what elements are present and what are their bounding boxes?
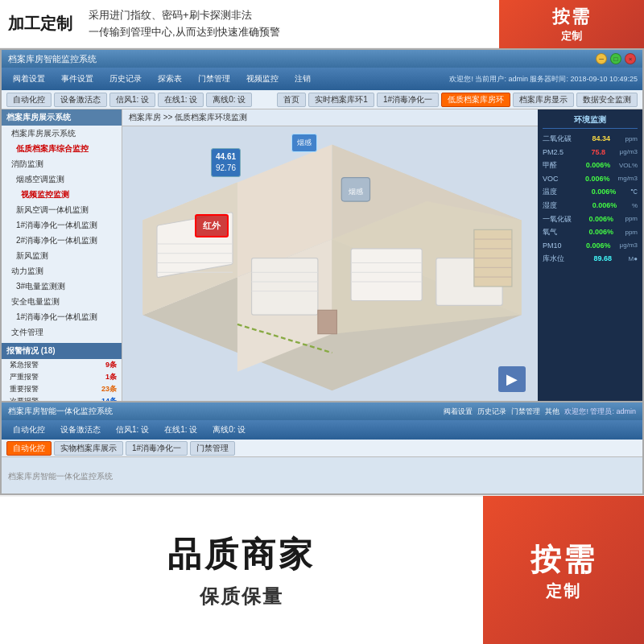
sidebar-item-power[interactable]: 动力监测 [2,263,122,279]
sidebar-item-file-mgmt[interactable]: 文件管理 [2,324,122,340]
env-formaldehyde: 甲醛 0.006% VOL% [543,160,638,171]
sidebar-item-newair-ac[interactable]: 新风空调一体机监测 [2,202,122,217]
sidebar-item-smoke-ac[interactable]: 烟感空调监测 [2,171,122,187]
sw2-tab-display[interactable]: 实物档案库展示 [54,441,123,456]
env-co2-label: 二氧化碳 [543,134,579,144]
smoke-label: 烟感 [291,134,317,152]
sidebar: 档案库房展示系统 档案库房展示系统 低质档案库综合监控 消防监测 烟感空调监测 … [2,109,122,402]
sidebar-item-fire[interactable]: 消防监测 [2,156,122,171]
close-button[interactable]: × [625,53,636,64]
alert-severe: 严重报警1条 [2,371,122,383]
bottom-main-text: 品质商家 [167,532,316,577]
sw2-title: 档案库房智能一体化监控系统 [8,406,113,417]
sw2-tab-bar: 自动化控 实物档案库展示 1#消毒净化一 门禁管理 [2,440,642,457]
nav-door[interactable]: 门禁管理 [192,72,237,86]
sw2-subnav-auto[interactable]: 自动化控 [6,423,52,437]
env-hum-unit: % [632,201,638,210]
building-diagram: 烟感 44.61 92.76 红外 烟感 ▶ [130,126,534,400]
breadcrumb: 档案库房 >> 低质档案库环境监测 [122,109,538,126]
window-title: 档案库房智能监控系统 [8,53,596,65]
sw2-nav-history[interactable]: 历史记录 [477,407,506,417]
subnav-offline[interactable]: 离线0: 设 [206,93,252,107]
cta-label1: 按需 [552,5,591,29]
software-window-2: 档案库房智能一体化监控系统 阀着设置 历史记录 门禁管理 其他 欢迎您! 管理员… [0,402,644,495]
sw2-nav-valve[interactable]: 阀着设置 [444,407,473,417]
tab-disinfect1[interactable]: 1#消毒净化一 [377,93,439,107]
env-hum-label: 湿度 [543,200,579,211]
sidebar-item-video[interactable]: 视频监控监测 [2,187,122,202]
env-co: 一氧化碳 0.006% ppm [543,214,638,225]
env-pm10-label: PM10 [543,241,579,251]
env-water: 库水位 89.68 M● [543,254,638,264]
sidebar-item-disinfect1b[interactable]: 1#消毒净化一体机监测 [2,309,122,324]
nav-video[interactable]: 视频监控 [240,72,285,86]
env-voc-unit: mg/m3 [618,174,638,183]
bottom-cta-sub: 定制 [546,580,581,602]
env-voc-value: 0.006% [585,174,610,184]
env-co2-value: 84.34 [592,134,610,144]
bottom-banner: 品质商家 保质保量 按需 定制 [0,495,644,644]
sidebar-item-lowquality[interactable]: 低质档案库综合监控 [2,141,122,156]
temp-humidity-sensor[interactable]: 44.61 92.76 [211,148,241,177]
sw2-content-placeholder: 档案库房智能一体化监控系统 [8,471,113,482]
temp-value: 44.61 [216,151,236,163]
env-form-value: 0.006% [586,160,611,171]
nav-logout[interactable]: 注销 [288,72,317,86]
sw2-nav-door[interactable]: 门禁管理 [511,407,540,417]
sub-nav: 自动化控 设备激活态 信风1: 设 在线1: 设 离线0: 设 首页 实时档案库… [2,90,642,109]
minimize-button[interactable]: ─ [596,53,607,64]
subnav-wind1[interactable]: 信风1: 设 [109,93,155,107]
sw2-subnav-device[interactable]: 设备激活态 [54,423,107,437]
sidebar-item-safety-elec[interactable]: 安全电量监测 [2,294,122,309]
sw2-subnav-wind[interactable]: 信风1: 设 [109,423,155,437]
svg-rect-28 [318,310,337,333]
env-panel-title: 环境监测 [543,114,638,129]
cta-label2: 定制 [561,29,582,43]
env-humidity: 湿度 0.006% % [543,200,638,211]
env-water-unit: M● [629,254,638,263]
sw2-tab-auto[interactable]: 自动化控 [6,441,52,456]
env-pm10-unit: μg/m3 [620,241,638,250]
env-o2: 氧气 0.006% ppm [543,227,638,237]
bottom-cta-button[interactable]: 按需 定制 [483,496,644,644]
alert-urgent: 紧急报警9条 [2,359,122,371]
top-banner: 加工定制 采用进门指纹、密码+刷卡探测非法 一传输到管理中心,从而达到快速准确预… [0,0,644,48]
env-o2-label: 氧气 [543,227,579,237]
sidebar-item-elec3[interactable]: 3#电量监测测 [2,279,122,294]
sidebar-item-newwind[interactable]: 新风监测 [2,248,122,263]
subnav-online[interactable]: 在线1: 设 [158,93,204,107]
subnav-auto[interactable]: 自动化控 [6,93,52,107]
navigate-arrow[interactable]: ▶ [498,366,526,392]
top-cta-button[interactable]: 按需 定制 [499,0,644,48]
env-form-label: 甲醛 [543,160,579,171]
top-nav: 阀着设置 事件设置 历史记录 探索表 门禁管理 视频监控 注销 欢迎您! 当前用… [2,68,642,90]
sw2-nav2: 自动化控 设备激活态 信风1: 设 在线1: 设 离线0: 设 [2,420,642,440]
sw2-tab-door[interactable]: 门禁管理 [190,441,235,456]
nav-event-settings[interactable]: 事件设置 [55,72,100,86]
nav-history[interactable]: 历史记录 [103,72,148,86]
building-svg: 烟感 [130,126,534,400]
tab-lowquality[interactable]: 低质档案库房环 [441,93,510,107]
tab-display[interactable]: 档案库房显示 [513,93,574,107]
sidebar-item-disinfect2[interactable]: 2#消毒净化一体机监测 [2,233,122,248]
sw2-tab-disinfect[interactable]: 1#消毒净化一 [126,441,188,456]
env-form-unit: VOL% [619,161,638,170]
env-temp: 温度 0.006% ℃ [543,187,638,197]
nav-valve-settings[interactable]: 阀着设置 [6,72,52,86]
sw2-nav-other[interactable]: 其他 [545,407,559,417]
sw2-subnav-online[interactable]: 在线1: 设 [158,423,204,437]
sidebar-item-display[interactable]: 档案库房展示系统 [2,126,122,141]
maximize-button[interactable]: □ [610,53,621,64]
subnav-device[interactable]: 设备激活态 [54,93,107,107]
bottom-cta-big: 按需 [530,539,597,580]
tab-home[interactable]: 首页 [277,93,306,107]
env-temp-value: 0.006% [592,187,617,197]
svg-rect-11 [252,258,318,316]
building-view: 档案库房 >> 低质档案库环境监测 [122,109,538,402]
infrared-label[interactable]: 红外 [195,214,229,237]
tab-datasec[interactable]: 数据安全监测 [576,93,638,107]
sidebar-item-disinfect1[interactable]: 1#消毒净化一体机监测 [2,217,122,233]
tab-env1[interactable]: 实时档案库环1 [308,93,374,107]
sw2-subnav-offline[interactable]: 离线0: 设 [206,423,252,437]
nav-report[interactable]: 探索表 [151,72,188,86]
